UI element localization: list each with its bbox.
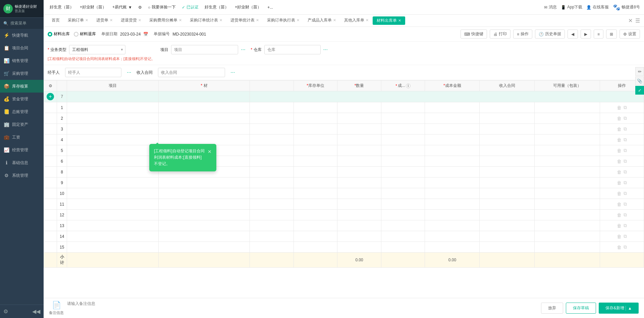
warehouse-input[interactable] xyxy=(264,45,321,54)
tab-receipt[interactable]: 进货单 ✕ xyxy=(92,15,117,26)
sidebar-item-inventory[interactable]: 📦 库存核算 xyxy=(0,80,44,93)
discard-button[interactable]: 放弃 xyxy=(541,303,563,314)
tab-purchase-fee[interactable]: 采购费用分摊单 ✕ xyxy=(145,15,186,26)
r14-copy-icon[interactable]: ⧉ xyxy=(624,233,627,239)
save-new-button[interactable]: 保存&新增 ▲ xyxy=(599,303,639,314)
add-row-material[interactable] xyxy=(158,91,250,102)
sidebar-item-sales[interactable]: 📊 销售管理 xyxy=(0,54,44,67)
r2-delete-icon[interactable]: 🗑 xyxy=(617,116,622,121)
next-record-button[interactable]: ▶ xyxy=(581,30,591,39)
r1-contract[interactable] xyxy=(480,102,534,113)
r13-copy-icon[interactable]: ⧉ xyxy=(624,223,627,228)
r9-delete-icon[interactable]: 🗑 xyxy=(617,180,622,186)
r3-copy-icon[interactable]: ⧉ xyxy=(624,126,627,132)
income-contract-more-icon[interactable]: ··· xyxy=(230,69,235,75)
r1-qty[interactable] xyxy=(337,102,381,113)
tab-purchase-stats-close[interactable]: ✕ xyxy=(219,18,222,22)
topbar-item-hs2[interactable]: 好生意（苗） xyxy=(203,4,231,11)
tab-finished-goods[interactable]: 产成品入库单 ✕ xyxy=(304,15,340,26)
business-type-input[interactable] xyxy=(69,45,125,54)
r1-avail[interactable] xyxy=(534,102,600,113)
project-input[interactable] xyxy=(171,45,238,54)
r15-copy-icon[interactable]: ⧉ xyxy=(624,244,627,250)
tab-home[interactable]: 首页 xyxy=(48,15,64,26)
r1-cost-amt[interactable] xyxy=(425,102,480,113)
sidebar-item-ledger[interactable]: 📒 总账管理 xyxy=(0,105,44,118)
save-draft-button[interactable]: 保存草稿 xyxy=(566,303,596,314)
r15-delete-icon[interactable]: 🗑 xyxy=(617,245,622,250)
history-button[interactable]: 🕐 历史单据 xyxy=(535,30,565,39)
r5-copy-icon[interactable]: ⧉ xyxy=(624,148,627,153)
income-contract-input[interactable] xyxy=(158,68,225,77)
app-download-button[interactable]: 📱 App下载 xyxy=(561,4,582,10)
operation-button[interactable]: ≡ 操作 xyxy=(513,30,532,39)
tab-purchase-fee-close[interactable]: ✕ xyxy=(179,18,182,22)
agent-more-icon[interactable]: ··· xyxy=(127,69,131,75)
tab-purchase-order[interactable]: 采购订单 ✕ xyxy=(64,15,92,26)
r1-project[interactable] xyxy=(67,102,158,113)
topbar-item-experience[interactable]: ○ 我要体验一下 xyxy=(146,4,178,11)
topbar-item-haoyecai[interactable]: +好业财（苗） xyxy=(78,4,108,11)
calendar-icon[interactable]: 📅 xyxy=(143,32,148,37)
tab-finished-goods-close[interactable]: ✕ xyxy=(333,18,336,22)
online-service-button[interactable]: 👤 在线客服 xyxy=(586,4,609,10)
r11-delete-icon[interactable]: 🗑 xyxy=(617,202,622,207)
tab-close-all[interactable]: ✕ xyxy=(628,17,633,24)
project-more-icon[interactable]: ··· xyxy=(241,47,245,53)
sidebar-item-operations[interactable]: 📈 经营管理 xyxy=(0,144,44,156)
prev-record-button[interactable]: ◀ xyxy=(568,30,578,39)
r4-delete-icon[interactable]: 🗑 xyxy=(617,137,622,143)
r4-copy-icon[interactable]: ⧉ xyxy=(624,137,627,143)
r8-delete-icon[interactable]: 🗑 xyxy=(617,169,622,175)
topbar-item-hyc2[interactable]: +好业财（苗） xyxy=(233,4,263,11)
sidebar-item-purchase[interactable]: 🛒 采购管理 xyxy=(0,67,44,80)
r14-delete-icon[interactable]: 🗑 xyxy=(617,234,622,239)
right-active-icon[interactable]: ✓ xyxy=(635,86,644,95)
add-row-button[interactable]: + xyxy=(47,93,54,100)
r1-unit[interactable] xyxy=(293,102,337,113)
r1-spec[interactable] xyxy=(250,102,294,113)
r3-delete-icon[interactable]: 🗑 xyxy=(617,126,622,132)
sidebar-item-project-contract[interactable]: 📋 项目合同 xyxy=(0,42,44,54)
r1-copy-icon[interactable]: ⧉ xyxy=(624,105,627,110)
r9-copy-icon[interactable]: ⧉ xyxy=(624,180,627,186)
topbar-item-yidaizhang[interactable]: +易代账 ▼ xyxy=(110,4,134,11)
tab-menu-icon[interactable]: ☰ xyxy=(635,17,640,24)
agent-input[interactable] xyxy=(65,68,121,77)
radio-material-return[interactable]: 材料退库 xyxy=(74,31,96,37)
settings-button[interactable]: ⚙ 设置 xyxy=(620,30,640,39)
tab-return[interactable]: 进退货货 ✕ xyxy=(117,15,145,26)
tab-receipt-stats-close[interactable]: ✕ xyxy=(256,18,259,22)
topbar-item-haoshengyi[interactable]: 好生意（苗） xyxy=(48,4,76,11)
tab-purchase-exec-close[interactable]: ✕ xyxy=(297,18,300,22)
tab-material-issue-close[interactable]: ✕ xyxy=(398,18,401,23)
r1-delete-icon[interactable]: 🗑 xyxy=(617,105,622,110)
r10-copy-icon[interactable]: ⧉ xyxy=(624,191,627,196)
settings-gear-icon[interactable]: ⚙ xyxy=(3,308,8,315)
notes-textarea[interactable] xyxy=(67,301,541,311)
topbar-item-more[interactable]: +... xyxy=(265,4,275,10)
warehouse-more-icon[interactable]: ··· xyxy=(323,47,328,53)
right-edit-icon[interactable]: ✏ xyxy=(635,67,644,76)
col-settings[interactable]: ⚙ xyxy=(44,81,57,91)
tab-purchase-exec[interactable]: 采购订单执行表 ✕ xyxy=(263,15,304,26)
sidebar-item-fixed-assets[interactable]: 🏢 固定资产 xyxy=(0,118,44,131)
r8-copy-icon[interactable]: ⧉ xyxy=(624,169,627,175)
r6-delete-icon[interactable]: 🗑 xyxy=(617,159,622,164)
tab-receipt-stats[interactable]: 进货单统计表 ✕ xyxy=(226,15,263,26)
r12-delete-icon[interactable]: 🗑 xyxy=(617,212,622,218)
tab-return-close[interactable]: ✕ xyxy=(138,18,141,22)
print-button[interactable]: 🖨 打印 xyxy=(490,30,511,39)
r6-copy-icon[interactable]: ⧉ xyxy=(624,158,627,164)
r12-copy-icon[interactable]: ⧉ xyxy=(624,212,627,218)
sidebar-item-payroll[interactable]: 💼 工资 xyxy=(0,131,44,144)
tab-receipt-close[interactable]: ✕ xyxy=(110,18,113,22)
add-row-project[interactable] xyxy=(67,91,158,102)
message-button[interactable]: ✉ 消息 xyxy=(544,4,557,10)
tab-other-receipt-close[interactable]: ✕ xyxy=(366,18,369,22)
r2-copy-icon[interactable]: ⧉ xyxy=(624,115,627,121)
r13-delete-icon[interactable]: 🗑 xyxy=(617,223,622,228)
tab-other-receipt[interactable]: 其他入库单 ✕ xyxy=(340,15,373,26)
sidebar-item-basic-info[interactable]: ℹ 基础信息 xyxy=(0,156,44,169)
shortcut-button[interactable]: ⌨ 快捷键 xyxy=(461,30,487,39)
